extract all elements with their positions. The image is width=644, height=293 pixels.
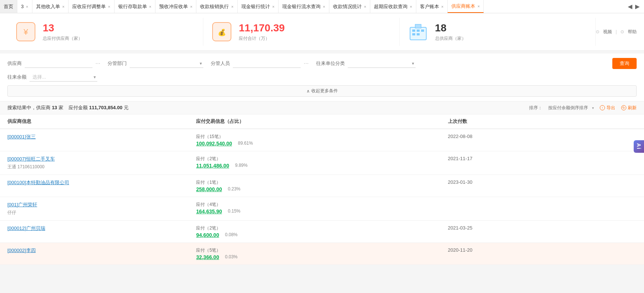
nav-close-prepay[interactable]: × xyxy=(190,4,192,9)
nav-label-home: 首页 xyxy=(4,3,13,10)
balance-filter-input[interactable] xyxy=(29,73,97,82)
help-link[interactable]: 帮助 xyxy=(628,29,637,35)
nav-item-collection[interactable]: 收款核销执行 × xyxy=(196,0,237,13)
trans-amount[interactable]: 258,000.00 xyxy=(196,186,222,192)
total-supplier-icon xyxy=(407,21,429,43)
nav-item-3[interactable]: 3 × xyxy=(17,0,32,13)
nav-close-collection[interactable]: × xyxy=(231,4,233,9)
dept-select-wrap: ▾ xyxy=(130,59,203,68)
filter-row-1: 供应商 ··· 分管部门 ▾ 分管人员 ··· 往来单位分类 ▾ 查询 xyxy=(7,58,637,69)
nav-close-cash-stat[interactable]: × xyxy=(272,4,274,9)
trans-row: 32,366.00 0.03% xyxy=(196,254,448,260)
trans-amount[interactable]: 94,600.00 xyxy=(196,232,219,238)
export-button[interactable]: ↑ 导出 xyxy=(600,105,615,111)
trans-percent: 0.23% xyxy=(228,186,240,192)
lastpay-cell: 2023-01-30 xyxy=(448,179,637,185)
table-row[interactable]: [001]广州荣轩 仔仔 应付（4笔） 164,635.90 0.15% xyxy=(0,197,644,221)
nav-item-bank-deposit[interactable]: 银行存取款单 × xyxy=(115,0,155,13)
ai-badge[interactable]: Ai xyxy=(634,140,644,153)
export-label: 导出 xyxy=(606,105,615,111)
svg-text:¥: ¥ xyxy=(23,27,28,37)
help-video-link[interactable]: 视频 xyxy=(603,29,612,35)
lastpay-cell: 2021-03-25 xyxy=(448,225,637,231)
result-supplier-count: 13 xyxy=(52,105,57,110)
supplier-name[interactable]: [000007]恒旺二手叉车 xyxy=(7,156,196,162)
payable-total-icon: 💰 xyxy=(211,21,233,43)
nav-item-ap-adj[interactable]: 应收应付调整单 × xyxy=(69,0,114,13)
balance-select-wrap: ▾ xyxy=(29,73,97,82)
filter-area: 供应商 ··· 分管部门 ▾ 分管人员 ··· 往来单位分类 ▾ 查询 xyxy=(0,54,644,101)
nav-close-customer-ledger[interactable]: × xyxy=(441,4,444,9)
trans-label: 应付（1笔） xyxy=(196,179,448,186)
nav-item-supplier-ledger[interactable]: 供应商账本 × xyxy=(448,0,484,13)
trans-amount[interactable]: 32,366.00 xyxy=(196,254,219,260)
supplier-name[interactable]: [001]广州荣轩 xyxy=(7,201,196,208)
nav-close-ap-adj[interactable]: × xyxy=(108,4,110,9)
sort-select[interactable]: 按应付余额倒序排序 xyxy=(548,105,594,110)
supplier-name[interactable]: [000100]本特勤油品有限公司 xyxy=(7,179,196,186)
summary-help: ⊙ 视频 | ⊙ 帮助 xyxy=(596,29,637,35)
search-button[interactable]: 查询 xyxy=(612,58,637,69)
supplier-name[interactable]: [000001]张三 xyxy=(7,134,196,140)
supplier-filter-input[interactable] xyxy=(25,59,92,68)
nav-item-cash-flow[interactable]: 现金银行流水查询 × xyxy=(279,0,329,13)
category-filter-input[interactable] xyxy=(348,59,416,68)
supplier-cell: [001]广州荣轩 仔仔 xyxy=(7,201,196,216)
svg-rect-9 xyxy=(417,33,420,35)
nav-item-prepay[interactable]: 预收冲应收单 × xyxy=(155,0,196,13)
nav-close-recv-stat[interactable]: × xyxy=(364,4,366,9)
nav-label-recv-stat: 收款情况统计 xyxy=(333,3,362,10)
trans-amount[interactable]: 100,092,540.00 xyxy=(196,141,232,146)
trans-label: 应付（2笔） xyxy=(196,225,448,231)
nav-close-supplier-ledger[interactable]: × xyxy=(477,4,480,8)
trans-amount[interactable]: 164,635.90 xyxy=(196,208,222,214)
trans-row: 11,051,486.00 9.89% xyxy=(196,162,448,169)
collapse-button[interactable]: ∧ 收起更多条件 xyxy=(7,85,637,97)
dept-filter-input[interactable] xyxy=(130,59,203,68)
summary-label-3: 总供应商（家） xyxy=(435,35,466,42)
nav-label-prepay: 预收冲应收单 xyxy=(159,3,188,10)
result-amount-unit: 元 xyxy=(124,105,129,110)
table-row[interactable]: [000012]广州贝瑞 应付（2笔） 94,600.00 0.08% 2021… xyxy=(0,221,644,243)
summary-card-2: 💰 11,170.39 应付合计（万） xyxy=(203,18,399,46)
nav-item-home[interactable]: 首页 xyxy=(0,0,17,13)
filter-category: 往来单位分类 ▾ xyxy=(316,59,416,68)
nav-item-cash-stat[interactable]: 现金银行统计 × xyxy=(238,0,279,13)
refresh-button[interactable]: ↻ 刷新 xyxy=(621,105,637,111)
transaction-cell: 应付（15笔） 100,092,540.00 89.61% xyxy=(196,134,448,146)
lastpay-cell: 2022-08-08 xyxy=(448,134,637,139)
nav-item-recv-stat[interactable]: 收款情况统计 × xyxy=(329,0,370,13)
supplier-name[interactable]: [000012]广州贝瑞 xyxy=(7,225,196,232)
nav-arrow-left[interactable]: ◀ xyxy=(626,3,634,10)
nav-close-3[interactable]: × xyxy=(26,4,28,9)
lastpay-cell: 2021-11-17 xyxy=(448,156,637,161)
table-row[interactable]: [000100]本特勤油品有限公司 应付（1笔） 258,000.00 0.23… xyxy=(0,175,644,197)
nav-label-collection: 收款核销执行 xyxy=(200,3,229,10)
lastpay-cell: 2020-11-20 xyxy=(448,247,637,253)
supplier-dots-icon[interactable]: ··· xyxy=(95,60,100,67)
nav-close-overdue[interactable]: × xyxy=(410,4,412,9)
table-header: 供应商信息 应付交易信息（占比） 上次付数 xyxy=(0,114,644,129)
result-prefix: 搜索结果中，供应商 xyxy=(7,105,50,110)
nav-close-other-income[interactable]: × xyxy=(62,4,64,9)
summary-label-1: 总应付供应商（家） xyxy=(43,35,83,42)
nav-item-other-income[interactable]: 其他收入单 × xyxy=(32,0,69,13)
trans-amount[interactable]: 11,051,486.00 xyxy=(196,163,229,169)
table-row[interactable]: [000002]李四 应付（5笔） 32,366.00 0.03% 2020-1… xyxy=(0,243,644,265)
summary-content-2: 11,170.39 应付合计（万） xyxy=(239,22,285,42)
nav-item-customer-ledger[interactable]: 客户账本 × xyxy=(416,0,448,13)
table-row[interactable]: [000007]恒旺二手叉车 王通 17106110000 应付（2笔） 11,… xyxy=(0,151,644,175)
table-row[interactable]: [000001]张三 应付（15笔） 100,092,540.00 89.61%… xyxy=(0,129,644,151)
nav-close-cash-flow[interactable]: × xyxy=(323,4,325,9)
nav-arrow-right[interactable]: ▶ xyxy=(634,3,641,10)
trans-label: 应付（15笔） xyxy=(196,134,448,140)
nav-close-bank-deposit[interactable]: × xyxy=(149,4,151,9)
nav-label-3: 3 xyxy=(21,4,24,9)
nav-label-cash-flow: 现金银行流水查询 xyxy=(282,3,321,10)
nav-label-cash-stat: 现金银行统计 xyxy=(241,3,270,10)
supplier-name[interactable]: [000002]李四 xyxy=(7,247,196,254)
person-filter-input[interactable] xyxy=(233,59,301,68)
person-dots-icon[interactable]: ··· xyxy=(304,60,308,67)
nav-item-overdue[interactable]: 超期应收款查询 × xyxy=(370,0,416,13)
supplier-cell: [000002]李四 xyxy=(7,247,196,254)
